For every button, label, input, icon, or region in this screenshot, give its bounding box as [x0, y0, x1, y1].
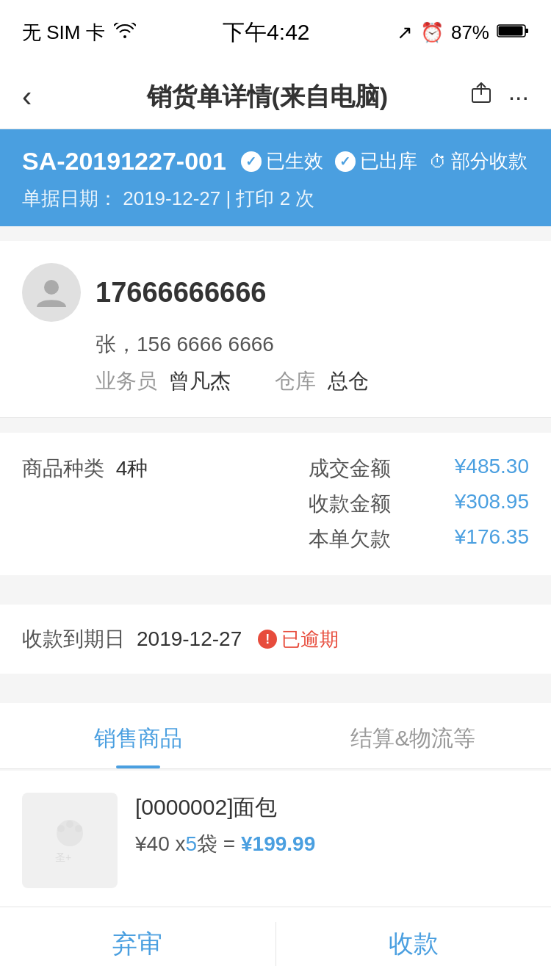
- qty-1: 5: [186, 832, 198, 856]
- product-price-1: ¥40 x 5 袋 = ¥199.99: [135, 830, 529, 858]
- overdue-text: 已逾期: [281, 627, 339, 652]
- alarm-icon: ⏰: [420, 21, 444, 44]
- bottom-bar: 弃审 收款: [0, 907, 551, 980]
- product-kind-label: 商品种类: [22, 457, 104, 480]
- list-item: 圣+ [0000002]面包 ¥40 x 5 袋 = ¥199.99: [0, 771, 551, 910]
- debt-label: 本单欠款: [309, 525, 391, 553]
- svg-point-6: [57, 825, 65, 832]
- svg-text:圣+: 圣+: [55, 851, 71, 863]
- svg-point-4: [44, 280, 59, 295]
- order-date: 2019-12-27: [123, 187, 220, 209]
- debt-row: 本单欠款 ¥176.35: [309, 525, 529, 553]
- clock-icon: ⏱: [429, 151, 447, 172]
- battery-text: 87%: [451, 21, 489, 44]
- product-thumbnail-1: 圣+: [22, 793, 118, 888]
- status-left: 无 SIM 卡: [22, 20, 136, 46]
- warehouse-meta: 仓库 总仓: [275, 367, 369, 395]
- unit-price-1: ¥40: [135, 832, 170, 856]
- more-button[interactable]: ···: [508, 82, 529, 111]
- total-1: ¥199.99: [241, 832, 315, 856]
- product-name-1: [0000002]面包: [135, 793, 529, 823]
- status-badge-1: ✓ 已生效: [241, 148, 323, 174]
- sales-name: 曾凡杰: [169, 370, 231, 392]
- collect-payment-button[interactable]: 收款: [276, 907, 552, 980]
- unit-1: 袋: [197, 830, 217, 858]
- amount-value: ¥485.30: [455, 455, 529, 483]
- customer-contact: 张，156 6666 6666: [22, 331, 529, 359]
- nav-bar: ‹ 销货单详情(来自电脑) ···: [0, 65, 551, 129]
- collected-row: 收款金额 ¥308.95: [309, 490, 529, 518]
- product-info-1: [0000002]面包 ¥40 x 5 袋 = ¥199.99: [135, 793, 529, 858]
- svg-rect-1: [525, 29, 528, 33]
- sales-label: 业务员: [96, 370, 157, 392]
- location-icon: ↗: [397, 21, 413, 44]
- svg-point-8: [66, 821, 73, 828]
- customer-section: 17666666666 张，156 6666 6666 业务员 曾凡杰 仓库 总…: [0, 241, 551, 417]
- warehouse-name: 总仓: [328, 370, 369, 392]
- customer-id: 17666666666: [96, 277, 266, 309]
- status-right: ↗ ⏰ 87%: [397, 21, 529, 44]
- print-separator: | 打印: [226, 187, 274, 209]
- debt-value: ¥176.35: [455, 525, 529, 553]
- product-kind-value: 4种: [116, 457, 148, 480]
- print-count: 2: [280, 187, 290, 209]
- due-section: 收款到期日 2019-12-27 ! 已逾期: [0, 605, 551, 674]
- wifi-icon: [114, 21, 136, 44]
- carrier-text: 无 SIM 卡: [22, 20, 105, 46]
- product-kind: 商品种类 4种: [22, 455, 148, 483]
- status-bar: 无 SIM 卡 下午4:42 ↗ ⏰ 87%: [0, 0, 551, 65]
- battery-icon: [497, 21, 529, 44]
- overdue-icon: !: [258, 630, 277, 649]
- check-icon-1: ✓: [241, 151, 262, 172]
- customer-meta: 业务员 曾凡杰 仓库 总仓: [22, 367, 529, 395]
- header-banner: SA-20191227-001 ✓ 已生效 ✓ 已出库 ⏱ 部分收款 单据日期：…: [0, 129, 551, 226]
- sales-meta: 业务员 曾凡杰: [96, 367, 231, 395]
- status-badge-3: ⏱ 部分收款: [429, 148, 527, 174]
- status-badges: ✓ 已生效 ✓ 已出库 ⏱ 部分收款: [241, 148, 527, 174]
- header-date-row: 单据日期： 2019-12-27 | 打印 2 次: [22, 186, 529, 212]
- due-label: 收款到期日: [22, 625, 125, 653]
- collected-value: ¥308.95: [455, 490, 529, 518]
- back-button[interactable]: ‹: [22, 80, 66, 113]
- tab-settlement[interactable]: 结算&物流等: [276, 703, 551, 768]
- separator-1: x: [176, 832, 186, 856]
- status-time: 下午4:42: [223, 18, 309, 48]
- amount-row: 成交金额 ¥485.30: [309, 455, 529, 483]
- tab-products[interactable]: 销售商品: [0, 703, 276, 768]
- tabs: 销售商品 结算&物流等: [0, 703, 551, 769]
- date-label: 单据日期：: [22, 187, 118, 209]
- svg-point-7: [75, 825, 82, 832]
- order-id: SA-20191227-001: [22, 147, 226, 176]
- share-button[interactable]: [469, 82, 494, 112]
- nav-actions: ···: [469, 82, 529, 112]
- print-suffix: 次: [295, 187, 314, 209]
- summary-amounts: 成交金额 ¥485.30 收款金额 ¥308.95 本单欠款 ¥176.35: [309, 455, 529, 553]
- page-title: 销货单详情(来自电脑): [147, 80, 389, 114]
- avatar: [22, 263, 81, 322]
- cancel-audit-button[interactable]: 弃审: [0, 907, 276, 980]
- collected-label: 收款金额: [309, 490, 391, 518]
- overdue-badge: ! 已逾期: [258, 627, 339, 652]
- status-badge-2: ✓ 已出库: [335, 148, 417, 174]
- svg-rect-2: [498, 26, 522, 35]
- check-icon-2: ✓: [335, 151, 356, 172]
- warehouse-label: 仓库: [275, 370, 316, 392]
- due-date: 2019-12-27: [137, 627, 242, 651]
- summary-section: 商品种类 4种 成交金额 ¥485.30 收款金额 ¥308.95 本单欠款 ¥…: [0, 433, 551, 575]
- amount-label: 成交金额: [309, 455, 391, 483]
